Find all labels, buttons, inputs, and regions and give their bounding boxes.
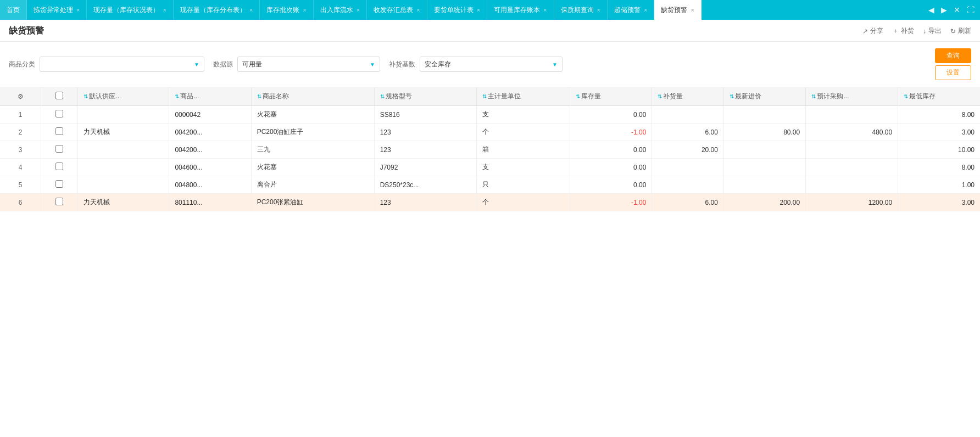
row-checkbox[interactable]	[55, 163, 63, 170]
tab-shortage[interactable]: 缺货预警 ×	[654, 0, 701, 20]
filter-actions: 查询 设置	[935, 48, 971, 80]
row-est-purchase: 480.00	[806, 124, 898, 141]
col-settings[interactable]: ⚙	[0, 87, 41, 106]
nav-close-all-btn[interactable]: ✕	[950, 3, 964, 16]
col-spec[interactable]: ⇅规格型号	[374, 87, 477, 106]
col-replenish[interactable]: ⇅补货量	[652, 87, 724, 106]
row-min-stock: 8.00	[898, 159, 980, 176]
row-name: PC200油缸庄子	[251, 124, 374, 141]
col-supplier[interactable]: ⇅默认供应...	[78, 87, 169, 106]
row-checkbox[interactable]	[55, 110, 63, 117]
close-tab-exception[interactable]: ×	[76, 7, 80, 13]
table-row: 2 力天机械 004200... PC200油缸庄子 123 个 -1.00 6…	[0, 124, 980, 141]
col-latest-price[interactable]: ⇅最新进价	[723, 87, 805, 106]
row-min-stock: 10.00	[898, 141, 980, 159]
select-all-checkbox[interactable]	[55, 92, 63, 99]
row-unit: 箱	[477, 141, 570, 159]
row-spec: 123	[374, 141, 477, 159]
row-checkbox-cell	[41, 106, 78, 124]
row-code: 801110...	[169, 194, 251, 211]
table-body: 1 0000042 火花塞 SS816 支 0.00 8.00 2 力天机械 0…	[0, 106, 980, 211]
row-num: 5	[0, 176, 41, 194]
row-checkbox[interactable]	[55, 127, 63, 135]
row-min-stock: 1.00	[898, 176, 980, 194]
row-num: 2	[0, 124, 41, 141]
row-supplier	[78, 106, 169, 124]
row-latest-price	[723, 176, 805, 194]
close-tab-expiry[interactable]: ×	[597, 7, 600, 13]
row-spec: DS250*23c...	[374, 176, 477, 194]
col-est-purchase[interactable]: ⇅预计采购...	[806, 87, 898, 106]
tab-inventory-dist[interactable]: 现存量（库存分布表） ×	[174, 0, 260, 20]
nav-next-btn[interactable]: ▶	[938, 3, 950, 16]
datasource-select[interactable]: 可用量 ▼	[237, 57, 380, 72]
row-replenish	[652, 159, 724, 176]
row-unit: 个	[477, 194, 570, 211]
col-unit[interactable]: ⇅主计量单位	[477, 87, 570, 106]
row-num: 6	[0, 194, 41, 211]
col-code[interactable]: ⇅商品...	[169, 87, 251, 106]
tab-batch-account[interactable]: 库存批次账 ×	[260, 0, 313, 20]
tab-inout-flow[interactable]: 出入库流水 ×	[314, 0, 367, 20]
export-button[interactable]: ↓ 导出	[923, 26, 942, 36]
col-checkbox	[41, 87, 78, 106]
tab-exception[interactable]: 拣货异常处理 ×	[27, 0, 87, 20]
close-tab-shortage[interactable]: ×	[691, 7, 694, 13]
replenish-icon: ＋	[892, 26, 899, 36]
replenish-base-chevron-icon: ▼	[552, 61, 558, 68]
query-button[interactable]: 查询	[935, 48, 971, 63]
row-replenish	[652, 106, 724, 124]
table-row: 6 力天机械 801110... PC200张紧油缸 123 个 -1.00 6…	[0, 194, 980, 211]
table-row: 5 004800... 离合片 DS250*23c... 只 0.00 1.00	[0, 176, 980, 194]
replenish-base-select[interactable]: 安全库存 ▼	[420, 57, 563, 72]
refresh-button[interactable]: ↻ 刷新	[950, 26, 971, 36]
close-tab-inventory-status[interactable]: ×	[163, 7, 166, 13]
tab-demand-stat[interactable]: 要货单统计表 ×	[427, 0, 487, 20]
tab-expiry[interactable]: 保质期查询 ×	[554, 0, 608, 20]
share-icon: ↗	[862, 27, 868, 35]
row-checkbox[interactable]	[55, 198, 63, 205]
row-checkbox-cell	[41, 176, 78, 194]
row-name: 离合片	[251, 176, 374, 194]
col-stock[interactable]: ⇅库存量	[570, 87, 652, 106]
category-select[interactable]: ▼	[40, 57, 204, 72]
row-unit: 支	[477, 159, 570, 176]
row-name: PC200张紧油缸	[251, 194, 374, 211]
settings-button[interactable]: 设置	[935, 65, 971, 80]
close-tab-available-ledger[interactable]: ×	[543, 7, 547, 13]
row-checkbox-cell	[41, 124, 78, 141]
row-replenish: 20.00	[652, 141, 724, 159]
nav-fullscreen-btn[interactable]: ⛶	[964, 3, 978, 16]
filter-row: 商品分类 ▼ 数据源 可用量 ▼ 补货基数 安全库存 ▼ 查询 设置	[0, 42, 980, 87]
close-tab-inventory-dist[interactable]: ×	[249, 7, 253, 13]
tab-available-ledger[interactable]: 可用量库存账本 ×	[487, 0, 554, 20]
col-min-stock[interactable]: ⇅最低库存	[898, 87, 980, 106]
row-checkbox-cell	[41, 141, 78, 159]
close-tab-recv-summary[interactable]: ×	[416, 7, 420, 13]
replenish-base-label: 补货基数	[389, 60, 415, 69]
tab-overstock[interactable]: 超储预警 ×	[608, 0, 654, 20]
close-tab-overstock[interactable]: ×	[644, 7, 647, 13]
tab-recv-summary[interactable]: 收发存汇总表 ×	[367, 0, 427, 20]
close-tab-batch-account[interactable]: ×	[303, 7, 306, 13]
data-table: ⚙ ⇅默认供应... ⇅商品... ⇅商品名称 ⇅规格型号 ⇅主计量单位 ⇅库存…	[0, 87, 980, 211]
row-num: 4	[0, 159, 41, 176]
row-code: 004800...	[169, 176, 251, 194]
col-name[interactable]: ⇅商品名称	[251, 87, 374, 106]
tab-inventory-status[interactable]: 现存量（库存状况表） ×	[87, 0, 173, 20]
row-checkbox[interactable]	[55, 180, 63, 188]
row-num: 1	[0, 106, 41, 124]
row-replenish: 6.00	[652, 124, 724, 141]
nav-tabs: 首页 拣货异常处理 × 现存量（库存状况表） × 现存量（库存分布表） × 库存…	[0, 0, 980, 20]
replenish-button[interactable]: ＋ 补货	[892, 26, 914, 36]
close-tab-demand-stat[interactable]: ×	[477, 7, 480, 13]
row-code: 004600...	[169, 159, 251, 176]
row-latest-price	[723, 141, 805, 159]
tab-home[interactable]: 首页	[0, 0, 27, 20]
close-tab-inout-flow[interactable]: ×	[357, 7, 360, 13]
share-button[interactable]: ↗ 分享	[862, 26, 883, 36]
row-latest-price: 200.00	[723, 194, 805, 211]
nav-prev-btn[interactable]: ◀	[925, 3, 938, 16]
table-header-row: ⚙ ⇅默认供应... ⇅商品... ⇅商品名称 ⇅规格型号 ⇅主计量单位 ⇅库存…	[0, 87, 980, 106]
row-checkbox[interactable]	[55, 145, 63, 153]
